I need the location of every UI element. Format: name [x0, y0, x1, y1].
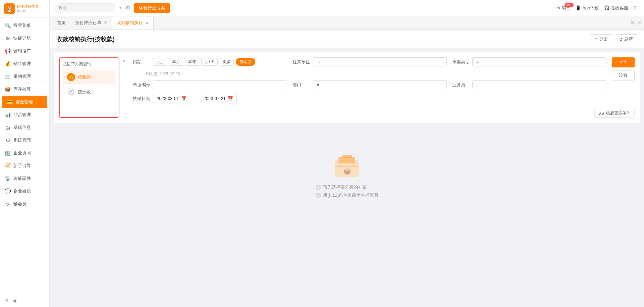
content-area: 收款核销执行(按收款) ↗ 导出 ↺ 刷新 按以下方案查询 💰 — [50, 30, 644, 307]
date-btn-last-month[interactable]: 上月 — [153, 58, 167, 66]
tabbar: 首页 预付冲应付单 ✕ 收款核销执行 ✕ ✕ ⤢ — [50, 16, 644, 30]
empty-tip-2: 2 用[过滤]条件来缩小分析范围 — [316, 192, 378, 198]
settings-icon[interactable]: ⚙ — [5, 298, 9, 304]
filter-actions: 查询 设置 — [612, 57, 635, 81]
sidebar-item-sales[interactable]: 💰销售管理 — [0, 57, 49, 70]
sidebar-item-member[interactable]: V畅会员 — [0, 198, 49, 210]
svg-rect-2 — [342, 155, 352, 158]
app-download-btn[interactable]: 📱 App下载 — [576, 5, 599, 11]
sidebar-search-menu-icon: 🔍 — [5, 22, 11, 29]
online-service-btn[interactable]: 🎧 在线客服 — [604, 5, 628, 11]
export-icon: ↗ — [594, 37, 598, 42]
dropdown-arrow-icon[interactable]: ▾ — [119, 6, 121, 10]
sidebar-item-wechat[interactable]: 💬企业微信 — [0, 185, 49, 198]
filter-row-date: 日期 上月 本月 本年 近7天 更多 自定义 — [133, 57, 606, 66]
tab-receipt-verify-close-icon[interactable]: ✕ — [146, 21, 149, 25]
tab-prepay-close-icon[interactable]: ✕ — [104, 20, 107, 25]
sidebar-quick-nav-icon: ⊞ — [5, 35, 11, 41]
sidebar-item-label: 营销推广 — [13, 48, 31, 54]
industry-btn[interactable]: 体验行业方案 — [134, 3, 170, 13]
date-btn-more[interactable]: 更多 — [220, 58, 234, 66]
filter-field-dept: 部门 ∨ — [292, 80, 447, 89]
tip-2-text: 用[过滤]条件来缩小分析范围 — [323, 192, 378, 198]
sidebar-guide-icon: 🧭 — [5, 163, 11, 169]
sidebar-wechat-icon: 💬 — [5, 188, 11, 194]
topbar: 搜索 ▾ ⚙ 体验行业方案 ✉ 消息 99+ 📱 App下载 🎧 在线客服 Ri… — [50, 0, 644, 16]
tab-prepay[interactable]: 预付冲应付单 ✕ — [70, 17, 112, 29]
sidebar-purchase-icon: 🛒 — [5, 73, 11, 80]
tab-receipt-verify[interactable]: 收款核销执行 ✕ — [112, 17, 154, 29]
sidebar-inventory-icon: 📦 — [5, 86, 11, 92]
filter-row-docnum: 单据编号 部门 ∨ 业务员 — [133, 80, 606, 89]
sidebar-item-inventory[interactable]: 📦库存核算 — [0, 83, 49, 96]
partner-select[interactable]: ··· — [313, 57, 447, 66]
tabbar-actions: ✕ ⤢ — [631, 20, 641, 25]
sidebar-item-label: 采购管理 — [13, 73, 31, 80]
sidebar-item-marketing[interactable]: 📢营销推广 — [0, 45, 49, 57]
service-icon: 🎧 — [604, 5, 609, 10]
message-btn[interactable]: ✉ 消息 99+ — [556, 5, 570, 11]
dept-select[interactable]: ∨ — [313, 80, 447, 89]
refresh-btn[interactable]: ↺ 刷新 — [615, 34, 637, 44]
by-receipt-icon: 💰 — [67, 73, 75, 81]
partner-dots: ··· — [316, 59, 320, 64]
sidebar-item-search-menu[interactable]: 🔍搜索菜单 — [0, 19, 49, 32]
sidebar-item-system[interactable]: ⚙系统管理 — [0, 134, 49, 147]
sidebar: 🐰 畅捷通好生意 标准版 🔍搜索菜单⊞快捷导航📢营销推广💰销售管理🛒采购管理📦库… — [0, 0, 50, 307]
gear-icon[interactable]: ⚙ — [125, 5, 130, 11]
date-btn-this-month[interactable]: 本月 — [169, 58, 183, 66]
doc-type-select[interactable]: ∨ — [472, 57, 606, 66]
sidebar-item-label: 快捷导航 — [13, 35, 31, 41]
filter-field-date: 日期 上月 本月 本年 近7天 更多 自定义 — [133, 58, 287, 66]
close-all-tabs-icon[interactable]: ✕ — [631, 20, 635, 25]
by-payable-label: 按应收 — [78, 89, 91, 95]
sidebar-item-label: 新手引导 — [13, 163, 31, 169]
filter-form: 日期 上月 本月 本年 近7天 更多 自定义 — [133, 57, 635, 118]
sidebar-item-hardware[interactable]: 📡智能硬件 — [0, 172, 49, 185]
doc-num-input[interactable] — [153, 80, 287, 89]
by-payable-icon: 🕐 — [67, 88, 75, 96]
empty-illustration: 📦 — [332, 150, 362, 180]
sidebar-item-purchase[interactable]: 🛒采购管理 — [0, 70, 49, 83]
filter-option-by-receipt[interactable]: 💰 按收款 — [63, 70, 115, 84]
verify-date-start-input[interactable]: 2023-03-01 📅 — [153, 94, 190, 103]
filter-option-by-payable[interactable]: 🕐 按应收 — [63, 85, 115, 99]
sidebar-item-guide[interactable]: 🧭新手引导 — [0, 159, 49, 172]
date-btn-this-year[interactable]: 本年 — [185, 58, 199, 66]
sidebar-item-finance[interactable]: 💳资金管理 — [2, 96, 47, 108]
sidebar-item-quick-nav[interactable]: ⊞快捷导航 — [0, 32, 49, 45]
page-actions: ↗ 导出 ↺ 刷新 — [590, 34, 637, 44]
sidebar-item-label: 系统管理 — [13, 137, 31, 143]
sidebar-item-basic-info[interactable]: 🗂基础信息 — [0, 121, 49, 134]
sidebar-hardware-icon: 📡 — [5, 175, 11, 182]
user-info[interactable]: Rit — [634, 6, 639, 10]
sidebar-item-label: 库存核算 — [13, 86, 31, 92]
date-btn-7days[interactable]: 近7天 — [201, 58, 218, 66]
page-title: 收款核销执行(按收款) — [56, 35, 115, 43]
expand-tabs-icon[interactable]: ⤢ — [637, 20, 641, 25]
tab-prepay-label: 预付冲应付单 — [75, 20, 101, 26]
refresh-icon: ↺ — [619, 37, 623, 42]
setting-btn[interactable]: 设置 — [612, 70, 635, 81]
date-btn-custom[interactable]: 自定义 — [236, 58, 255, 66]
tab-home[interactable]: 首页 — [52, 17, 70, 29]
export-btn[interactable]: ↗ 导出 — [590, 34, 612, 44]
collapse-more-btn[interactable]: ∧∧ 收起更多条件 — [594, 109, 635, 118]
filter-field-docnum: 单据编号 — [133, 80, 287, 89]
verify-date-end-input[interactable]: 2023-07-21 📅 — [200, 94, 237, 103]
verify-date-label: 核销日期 — [133, 96, 150, 102]
collapse-sidebar-icon[interactable]: ◀ — [12, 298, 16, 304]
filter-options-panel: 按以下方案查询 💰 按收款 🕐 按应收 — [59, 57, 119, 118]
staff-dots: ··· — [476, 82, 480, 87]
sidebar-item-enterprise[interactable]: 🏢企业协同 — [0, 147, 49, 159]
sidebar-item-operations[interactable]: 📊经营管理 — [0, 108, 49, 121]
filter-field-partner: 往来单位 ··· — [292, 57, 447, 66]
query-btn[interactable]: 查询 — [612, 57, 635, 67]
empty-state: 📦 1 请先选择要分析的方案 2 用[过滤]条件来缩小分析范围 — [50, 123, 644, 212]
dept-label: 部门 — [292, 82, 310, 88]
collapse-left-panel-btn[interactable]: « — [121, 57, 127, 118]
sidebar-nav: 🔍搜索菜单⊞快捷导航📢营销推广💰销售管理🛒采购管理📦库存核算💳资金管理📊经营管理… — [0, 18, 49, 294]
staff-select[interactable]: ··· — [472, 80, 606, 89]
filter-field-verify-date: 核销日期 2023-03-01 📅 — 2023-07-21 — [133, 94, 606, 103]
search-input[interactable]: 搜索 — [55, 3, 115, 12]
